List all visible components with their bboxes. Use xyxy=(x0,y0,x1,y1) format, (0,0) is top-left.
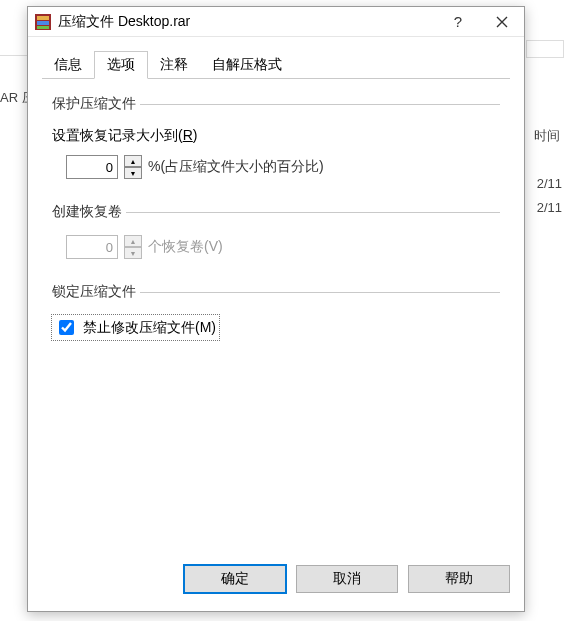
tab-options[interactable]: 选项 xyxy=(94,51,148,79)
volumes-suffix: 个恢复卷(V) xyxy=(148,238,223,256)
ok-button[interactable]: 确定 xyxy=(184,565,286,593)
tab-info[interactable]: 信息 xyxy=(42,51,94,78)
spin-down-icon: ▼ xyxy=(124,247,142,259)
app-icon xyxy=(34,13,52,31)
spin-up-icon[interactable]: ▲ xyxy=(124,155,142,167)
archive-options-dialog: 压缩文件 Desktop.rar ? 信息 选项 注释 自解压格式 保护压缩文件… xyxy=(27,6,525,612)
protect-legend: 保护压缩文件 xyxy=(52,95,140,113)
volumes-group: 创建恢复卷 ▲▼ 个恢复卷(V) xyxy=(52,203,500,265)
lock-checkbox[interactable] xyxy=(59,320,74,335)
recovery-size-stepper[interactable]: ▲▼ xyxy=(124,155,142,179)
bg-col: 时间 xyxy=(534,127,560,145)
button-bar: 确定 取消 帮助 xyxy=(28,559,524,611)
svg-rect-3 xyxy=(37,26,49,29)
lock-checkbox-row[interactable]: 禁止修改压缩文件(M) xyxy=(52,315,219,340)
recovery-size-suffix: %(占压缩文件大小的百分比) xyxy=(148,158,324,176)
svg-rect-1 xyxy=(37,16,49,20)
protect-group: 保护压缩文件 设置恢复记录大小到(R) ▲▼ %(占压缩文件大小的百分比) xyxy=(52,95,500,185)
close-icon xyxy=(496,16,508,28)
svg-rect-2 xyxy=(37,21,49,25)
help-button[interactable]: ? xyxy=(436,7,480,37)
close-button[interactable] xyxy=(480,7,524,37)
help-button-bottom[interactable]: 帮助 xyxy=(408,565,510,593)
tab-sfx[interactable]: 自解压格式 xyxy=(200,51,294,78)
tab-strip: 信息 选项 注释 自解压格式 xyxy=(42,51,510,79)
lock-group: 锁定压缩文件 禁止修改压缩文件(M) xyxy=(52,283,500,346)
volumes-stepper: ▲▼ xyxy=(124,235,142,259)
titlebar: 压缩文件 Desktop.rar ? xyxy=(28,7,524,37)
recovery-size-label[interactable]: 设置恢复记录大小到(R) xyxy=(52,127,500,145)
tab-comment[interactable]: 注释 xyxy=(148,51,200,78)
spin-up-icon: ▲ xyxy=(124,235,142,247)
volumes-input xyxy=(66,235,118,259)
recovery-size-input[interactable] xyxy=(66,155,118,179)
lock-checkbox-label: 禁止修改压缩文件(M) xyxy=(83,319,216,337)
bg-date: 2/11 xyxy=(537,176,562,191)
spin-down-icon[interactable]: ▼ xyxy=(124,167,142,179)
cancel-button[interactable]: 取消 xyxy=(296,565,398,593)
bg-date: 2/11 xyxy=(537,200,562,215)
lock-legend: 锁定压缩文件 xyxy=(52,283,140,301)
dialog-title: 压缩文件 Desktop.rar xyxy=(58,13,436,31)
options-panel: 保护压缩文件 设置恢复记录大小到(R) ▲▼ %(占压缩文件大小的百分比) 创建… xyxy=(42,79,510,356)
volumes-legend: 创建恢复卷 xyxy=(52,203,126,221)
